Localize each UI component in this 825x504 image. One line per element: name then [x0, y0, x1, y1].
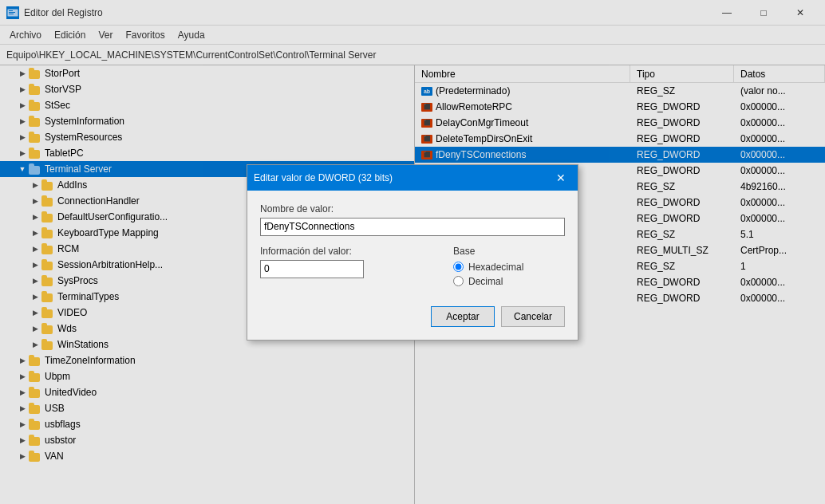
dialog-row: Información del valor: Base Hexadecimal …: [260, 246, 565, 287]
base-radio-group: Hexadecimal Decimal: [453, 262, 565, 287]
cancel-button-label: Cancelar: [514, 311, 552, 322]
base-label: Base: [453, 246, 565, 257]
value-name-input[interactable]: [260, 218, 565, 236]
value-data-input[interactable]: [260, 260, 364, 278]
dword-edit-dialog: Editar valor de DWORD (32 bits) ✕ Nombre…: [247, 164, 578, 341]
radio-decimal[interactable]: Decimal: [453, 276, 565, 287]
radio-hexadecimal[interactable]: Hexadecimal: [453, 262, 565, 273]
radio-dec-input[interactable]: [453, 276, 464, 286]
ok-button-label: Aceptar: [446, 311, 479, 322]
radio-hex-label: Hexadecimal: [468, 262, 523, 273]
dialog-body: Nombre de valor: Información del valor: …: [247, 191, 578, 300]
radio-dec-label: Decimal: [468, 276, 503, 287]
dialog-titlebar: Editar valor de DWORD (32 bits) ✕: [247, 165, 578, 191]
value-section: Información del valor:: [260, 246, 440, 278]
value-data-label: Información del valor:: [260, 246, 440, 257]
ok-button[interactable]: Aceptar: [431, 306, 495, 327]
cancel-button[interactable]: Cancelar: [501, 306, 565, 327]
modal-overlay: Editar valor de DWORD (32 bits) ✕ Nombre…: [0, 0, 825, 504]
dialog-close-button[interactable]: ✕: [551, 167, 571, 188]
dialog-buttons: Aceptar Cancelar: [247, 300, 578, 340]
radio-hex-input[interactable]: [453, 262, 464, 272]
base-section: Base Hexadecimal Decimal: [453, 246, 565, 287]
value-name-label: Nombre de valor:: [260, 203, 565, 215]
dialog-title: Editar valor de DWORD (32 bits): [254, 172, 393, 183]
